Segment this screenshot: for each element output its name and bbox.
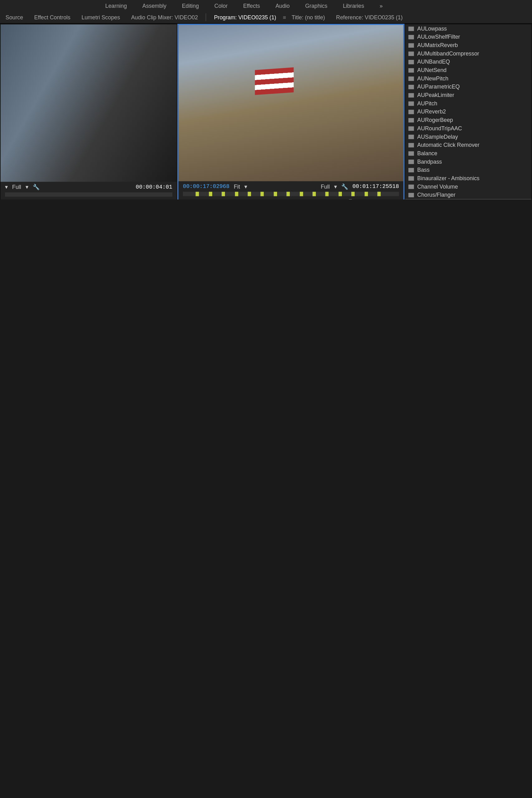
workspace-tab[interactable]: Audio (276, 2, 289, 9)
effect-item[interactable]: AUMultibandCompressor (405, 49, 531, 58)
comparison-icon[interactable]: ⧉ (346, 197, 355, 200)
effect-item[interactable]: Automatic Click Remover (405, 141, 531, 149)
wrench-icon[interactable]: 🔧 (341, 184, 348, 190)
effect-item[interactable]: Bandpass (405, 157, 531, 166)
tab-audio-clip-mixer[interactable]: Audio Clip Mixer: VIDEO02 (126, 14, 204, 20)
effect-item[interactable]: AUReverb2 (405, 108, 531, 116)
overwrite-icon[interactable]: ⊡ (117, 198, 126, 200)
effect-label: AUReverb2 (417, 109, 446, 115)
export-frame-icon[interactable]: 📷 (333, 197, 342, 200)
effect-item[interactable]: AUNetSend (405, 66, 531, 75)
effect-label: AUMultibandCompressor (417, 51, 479, 57)
tab-source[interactable]: Source (0, 14, 29, 20)
source-preview[interactable] (1, 24, 177, 182)
tab-lumetri-scopes[interactable]: Lumetri Scopes (76, 14, 126, 20)
effect-item[interactable]: AURoundTripAAC (405, 124, 531, 132)
tab-effect-controls[interactable]: Effect Controls (29, 14, 76, 20)
step-fwd-icon[interactable]: |▶ (78, 198, 86, 200)
workspace-tab[interactable]: Graphics (305, 2, 327, 9)
chevron-down-icon[interactable]: ▾ (25, 184, 28, 190)
lift-icon[interactable]: ▭ (306, 197, 315, 200)
mark-in-icon[interactable]: { (11, 198, 20, 200)
effect-label: Binauralizer - Ambisonics (417, 175, 480, 182)
program-timecode-right[interactable]: 00:01:17:25518 (353, 184, 399, 190)
preset-icon (408, 26, 414, 31)
fit-dropdown[interactable]: Fit (234, 184, 240, 190)
play-icon[interactable]: ▶ (266, 197, 275, 200)
go-in-icon[interactable]: |◀ (38, 198, 46, 200)
tab-title[interactable]: Title: (no title) (286, 14, 331, 20)
effect-item[interactable]: Balance (405, 149, 531, 157)
preset-icon (408, 176, 414, 180)
effect-item[interactable]: AUMatrixReverb (405, 41, 531, 50)
fit-dropdown[interactable]: Full (12, 184, 21, 190)
step-back-icon[interactable]: ◀| (51, 198, 60, 200)
workspace-tab[interactable]: Libraries (343, 2, 364, 9)
full-dropdown[interactable]: Full (321, 184, 330, 190)
workspace-tab[interactable]: Color (214, 2, 228, 9)
preset-icon (408, 35, 414, 39)
mark-out-icon[interactable]: } (227, 197, 235, 200)
source-timecode[interactable]: 00:00:04:01 (136, 184, 172, 190)
preset-icon (408, 76, 414, 80)
tab-reference[interactable]: Reference: VIDEO0235 (1) (331, 14, 408, 20)
zoom-out-icon[interactable]: ▾ (5, 184, 8, 190)
effect-item[interactable]: Convolution Reverb (405, 199, 531, 200)
effect-item[interactable]: AUPitch (405, 99, 531, 108)
go-in-icon[interactable]: |◀ (240, 197, 249, 200)
effect-label: AURoundTripAAC (417, 125, 462, 132)
go-out-icon[interactable]: ▶| (91, 198, 100, 200)
add-button-icon[interactable]: + (157, 198, 166, 200)
workspace-tab[interactable]: Effects (243, 2, 260, 9)
preset-icon (408, 43, 414, 48)
export-frame-icon[interactable]: 📷 (131, 198, 140, 200)
preset-icon (408, 184, 414, 189)
effect-item[interactable]: AULowpass (405, 24, 531, 33)
preset-icon (408, 151, 414, 155)
mark-in-icon[interactable]: { (213, 197, 222, 200)
more-icon[interactable]: » (144, 198, 153, 200)
effect-item[interactable]: AUSampleDelay (405, 132, 531, 141)
wrench-icon[interactable]: 🔧 (33, 184, 39, 190)
add-marker-icon[interactable]: ◆ (200, 197, 209, 200)
effect-item[interactable]: AUNBandEQ (405, 58, 531, 66)
effect-label: Chorus/Flanger (417, 192, 456, 198)
go-out-icon[interactable]: ▶| (293, 197, 302, 200)
overflow-icon[interactable]: » (380, 2, 383, 9)
program-scrubber[interactable] (183, 192, 399, 196)
play-icon[interactable]: ▶ (64, 198, 73, 200)
more-icon[interactable]: » (360, 197, 368, 200)
preset-icon (408, 134, 414, 139)
source-scrubber[interactable] (5, 192, 172, 197)
step-fwd-icon[interactable]: |▶ (280, 197, 289, 200)
source-monitor: ▾ Full ▾ 🔧 00:00:04:01 { } |◀ ◀| ▶ |▶ ▶|… (0, 24, 177, 200)
add-button-icon[interactable]: + (373, 197, 382, 200)
workspace-tab[interactable]: Learning (105, 2, 127, 9)
workspace-tab[interactable]: Assembly (142, 2, 167, 9)
panel-menu-icon[interactable]: ≡ (283, 14, 286, 20)
effect-item[interactable]: Bass (405, 166, 531, 174)
tab-program[interactable]: Program: VIDEO0235 (1) (209, 14, 282, 20)
preset-icon (408, 159, 414, 164)
preset-icon (408, 101, 414, 106)
effect-item[interactable]: AUPeakLimiter (405, 91, 531, 99)
effect-item[interactable]: AULowShelfFilter (405, 33, 531, 41)
insert-icon[interactable]: ⊕ (104, 198, 113, 200)
extract-icon[interactable]: ▣ (320, 197, 328, 200)
effect-item[interactable]: AURogerBeep (405, 116, 531, 125)
mark-out-icon[interactable]: } (24, 198, 33, 200)
effect-item[interactable]: Binauralizer - Ambisonics (405, 174, 531, 182)
workspace-tab[interactable]: Editing (182, 2, 199, 9)
flag-graphic (255, 67, 293, 95)
step-back-icon[interactable]: ◀| (253, 197, 262, 200)
program-preview[interactable] (178, 25, 404, 181)
chevron-down-icon[interactable]: ▾ (244, 184, 247, 190)
effect-item[interactable]: AUNewPitch (405, 74, 531, 82)
effect-item[interactable]: Chorus/Flanger (405, 191, 531, 199)
effect-label: AUSampleDelay (417, 133, 458, 140)
program-timecode-left[interactable]: 00:00:17:02968 (183, 184, 229, 190)
chevron-down-icon[interactable]: ▾ (334, 184, 337, 190)
preset-icon (408, 59, 414, 64)
effect-item[interactable]: Channel Volume (405, 182, 531, 191)
effect-item[interactable]: AUParametricEQ (405, 82, 531, 91)
